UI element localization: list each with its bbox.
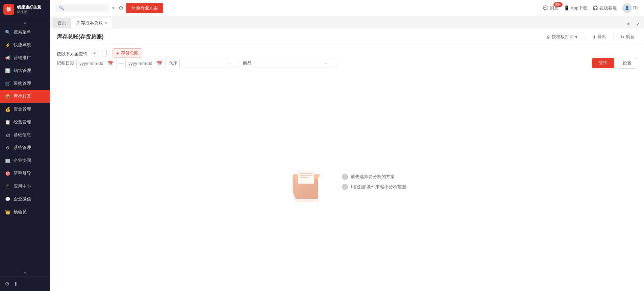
app-version: 标准版 (17, 10, 41, 14)
sidebar-item-operations[interactable]: 📋 经营管理 (0, 116, 50, 128)
topbar-message[interactable]: 💬 消息 99+ (543, 5, 559, 11)
sidebar-item-marketing[interactable]: 📢 营销推广 (0, 51, 50, 64)
settings-button[interactable]: 设置 (617, 58, 637, 69)
sidebar-item-appstore[interactable]: 📱 应用中心 (0, 180, 50, 193)
app-name: 畅捷通好生意 (17, 5, 41, 10)
app-download-label: App下载 (571, 5, 587, 11)
topbar-search-icon: 🔍 (59, 5, 64, 10)
sidebar-item-system[interactable]: ⚙ 系统管理 (0, 141, 50, 154)
appstore-icon: 📱 (5, 183, 11, 189)
service-icon: 🎧 (593, 5, 598, 10)
vip-icon: 👑 (5, 209, 11, 215)
sidebar-item-label: 销售管理 (14, 68, 31, 74)
calendar-start-icon[interactable]: 📅 (108, 61, 113, 66)
sidebar-item-quick-nav[interactable]: ⚡ 快捷导航 (0, 39, 50, 51)
topbar-right: 💬 消息 99+ 📱 App下载 🎧 在线客服 👤 Rit (543, 3, 639, 13)
filter-add-button[interactable]: + (91, 49, 98, 57)
sidebar-item-label: 资金管理 (14, 106, 31, 112)
sidebar-item-label: 企业微信 (14, 196, 31, 202)
sidebar-item-label: 经营管理 (14, 119, 31, 125)
system-icon: ⚙ (5, 145, 11, 151)
filter-top-row: 按以下方案查询 + 《 ● 存货总账 (50, 44, 644, 58)
topbar-user[interactable]: 👤 Rit (622, 3, 639, 13)
sidebar-scroll-down[interactable]: ▼ (0, 270, 50, 276)
export-button[interactable]: ⬆ 导出 (590, 32, 609, 41)
sidebar-item-search[interactable]: 🔍 搜索菜单 (0, 26, 50, 39)
tab-inventory-ledger[interactable]: 库存成本总账 × (72, 18, 112, 28)
calendar-end-icon[interactable]: 📅 (157, 61, 162, 66)
sidebar-item-label: 企业协同 (14, 157, 31, 164)
filter-label: 按以下方案查询 (57, 49, 88, 57)
empty-state: 1 请先选择要分析的方案 2 用[过滤]条件来缩小分析范围 (50, 73, 644, 291)
sidebar-search-label: 搜索菜单 (14, 29, 31, 35)
date-start-field[interactable] (79, 61, 106, 66)
settings-footer-icon[interactable]: ⚙ (5, 281, 9, 287)
empty-illustration (288, 162, 328, 202)
tab-home[interactable]: 首页 (53, 18, 71, 28)
date-end-input[interactable]: 📅 (125, 59, 166, 68)
print-template-button[interactable]: 🖨 按模板打印 ▾ (543, 32, 580, 41)
message-icon: 💬 (543, 5, 548, 10)
filter-scheme-tag[interactable]: ● 存货总账 (113, 48, 142, 58)
sidebar-item-wechat[interactable]: 💬 企业微信 (0, 193, 50, 205)
sidebar-item-basic[interactable]: 🗂 基础信息 (0, 128, 50, 141)
query-button[interactable]: 查询 (592, 58, 614, 68)
audio-footer-icon[interactable]: ⏸ (14, 281, 19, 287)
topbar-online-service[interactable]: 🎧 在线客服 (593, 5, 617, 11)
sidebar-item-label: 应用中心 (14, 183, 31, 189)
tip-1-num: 1 (342, 174, 348, 180)
page-title: 库存总账(存货总账) (57, 33, 104, 41)
print-label: 按模板打印 (552, 34, 574, 40)
topbar-search[interactable]: 🔍 (55, 4, 109, 12)
warehouse-more-icon[interactable]: ··· (227, 61, 230, 66)
sidebar-item-finance[interactable]: 💰 资金管理 (0, 103, 50, 116)
sidebar-item-label: 基础信息 (14, 132, 31, 138)
page-actions: 🖨 按模板打印 ▾ | ⬆ 导出 | ↻ 刷新 (543, 32, 637, 41)
filter-warehouse-group: 仓库 ··· (169, 59, 240, 68)
date-end-field[interactable] (128, 61, 155, 66)
sidebar-item-purchase[interactable]: 🛒 采购管理 (0, 77, 50, 90)
topbar: 🔍 ▾ ⚙ 体验行业方案 💬 消息 99+ 📱 App下载 🎧 在线客服 👤 (50, 0, 644, 16)
empty-tips: 1 请先选择要分析的方案 2 用[过滤]条件来缩小分析范围 (342, 174, 406, 190)
sidebar-footer: ⚙ ⏸ (0, 276, 50, 291)
topbar-settings-icon[interactable]: ⚙ (119, 5, 123, 11)
marketing-icon: 📢 (5, 55, 11, 61)
tip-2-num: 2 (342, 184, 348, 190)
tabs-bar: 首页 库存成本总账 × ✕ ⤢ (50, 16, 644, 28)
tab-close-all-icon[interactable]: ✕ (625, 20, 632, 28)
product-more-icon[interactable]: ··· (325, 61, 328, 66)
sidebar-item-label: 快捷导航 (14, 42, 31, 48)
sales-icon: 📊 (5, 68, 11, 74)
product-select[interactable]: ··· (254, 59, 338, 68)
sidebar-item-enterprise[interactable]: 🏢 企业协同 (0, 154, 50, 167)
date-separator: — (119, 61, 123, 66)
filter-collapse-button[interactable]: 《 (102, 49, 109, 57)
finance-icon: 💰 (5, 106, 11, 112)
operations-icon: 📋 (5, 119, 11, 125)
tab-close-icon[interactable]: × (105, 21, 107, 25)
newbie-icon: 🎯 (5, 170, 11, 176)
page-header: 库存总账(存货总账) 🖨 按模板打印 ▾ | ⬆ 导出 | ↻ 刷新 (50, 28, 644, 44)
app-download-icon: 📱 (564, 5, 569, 10)
sidebar-item-sales[interactable]: 📊 销售管理 (0, 64, 50, 77)
tip-1-text: 请先选择要分析的方案 (351, 174, 395, 180)
content-area: 库存总账(存货总账) 🖨 按模板打印 ▾ | ⬆ 导出 | ↻ 刷新 (50, 28, 644, 291)
filter-inputs-row: 记账日期 📅 — 📅 仓库 ··· (50, 58, 644, 73)
topbar-app-download[interactable]: 📱 App下载 (564, 5, 587, 11)
sidebar-scroll-up[interactable]: ▲ (0, 19, 50, 26)
refresh-label: 刷新 (626, 34, 635, 40)
user-avatar: 👤 (622, 3, 632, 13)
purchase-icon: 🛒 (5, 80, 11, 87)
industry-button[interactable]: 体验行业方案 (126, 3, 163, 13)
sidebar-item-newbie[interactable]: 🎯 新手引导 (0, 167, 50, 180)
refresh-button[interactable]: ↻ 刷新 (618, 32, 637, 41)
sidebar-item-inventory[interactable]: 📦 库存核算 (0, 90, 50, 103)
date-start-input[interactable]: 📅 (76, 59, 117, 68)
basic-icon: 🗂 (5, 132, 11, 138)
tab-expand-icon[interactable]: ⤢ (635, 20, 641, 28)
filter-product-group: 商品 ··· (243, 59, 338, 68)
sidebar-item-vip[interactable]: 👑 畅会员 (0, 205, 50, 218)
inventory-icon: 📦 (5, 93, 11, 99)
topbar-dropdown-icon[interactable]: ▾ (112, 5, 115, 10)
warehouse-select[interactable]: ··· (179, 59, 240, 68)
